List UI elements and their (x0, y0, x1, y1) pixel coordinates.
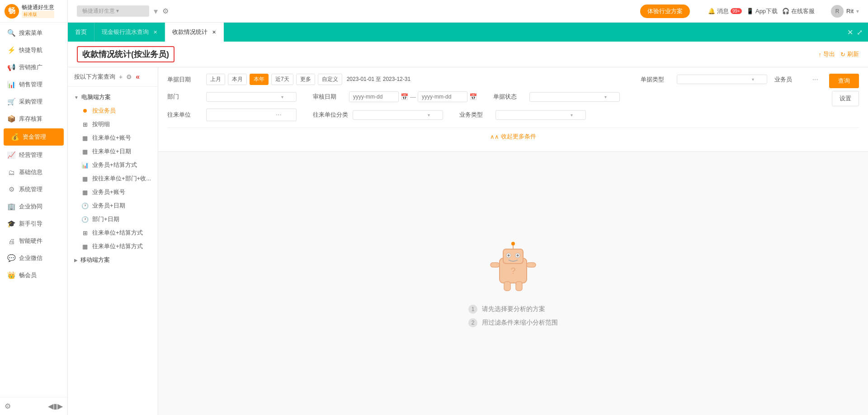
desktop-group-header[interactable]: ▼ 电脑端方案 (68, 90, 158, 104)
doc-type-select[interactable]: ▾ (677, 75, 767, 84)
sidebar-item-hardware[interactable]: 🖨 智能硬件 (0, 232, 67, 250)
date-btn-last-month[interactable]: 上月 (206, 74, 225, 85)
review-date-start-input[interactable] (349, 91, 399, 102)
tab-receipt-close-icon[interactable]: ✕ (212, 29, 216, 35)
partner-label: 往来单位 (167, 111, 199, 119)
schema-item-by-detail[interactable]: ⊞ 按明细 (68, 118, 158, 131)
refresh-button[interactable]: ↻ 刷新 (840, 50, 859, 58)
sidebar-label-member: 畅会员 (19, 271, 37, 279)
date-btn-this-year[interactable]: 本年 (250, 74, 269, 85)
date-btn-7days[interactable]: 近7天 (271, 74, 293, 85)
schema-item-staff-date[interactable]: 🕐 业务员+日期 (68, 199, 158, 212)
quicknav-icon: ⚡ (7, 46, 15, 54)
user-dropdown-icon[interactable]: ▾ (856, 8, 859, 14)
partner-more-icon[interactable]: ··· (276, 111, 282, 119)
partner-select[interactable]: ··· (206, 108, 297, 121)
staff-more-icon[interactable]: ··· (812, 75, 818, 84)
tab-bank[interactable]: 现金银行流水查询 ✕ (94, 23, 165, 42)
schema-item-staff-date-label: 业务员+日期 (92, 202, 125, 210)
doc-status-select[interactable]: ▾ (529, 92, 620, 102)
date-btn-this-month[interactable]: 本月 (228, 74, 247, 85)
sidebar-item-basic[interactable]: 🗂 基础信息 (0, 164, 67, 181)
sidebar-item-search[interactable]: 🔍 搜索菜单 (0, 24, 67, 42)
topbar-gear-icon[interactable]: ⚙ (162, 7, 169, 15)
app-download-action[interactable]: 📱 App下载 (746, 7, 778, 15)
expand-footer-icon[interactable]: ◀▮▶ (48, 402, 63, 410)
sidebar-label-basic: 基础信息 (19, 168, 42, 176)
finance-icon: 💰 (11, 133, 19, 141)
topbar-dropdown-icon[interactable]: ▾ (154, 6, 158, 16)
online-service-action[interactable]: 🎧 在线客服 (782, 7, 815, 15)
schema-item-staff-account[interactable]: ▦ 业务员+账号 (68, 185, 158, 199)
sidebar-item-inventory[interactable]: 📦 库存核算 (0, 110, 67, 127)
review-date-start-cal-icon[interactable]: 📅 (401, 93, 408, 100)
schema-item-staff-settle-label: 业务员+结算方式 (92, 161, 137, 169)
topbar: 畅捷通好生意 ▾ ▾ ⚙ 体验行业方案 🔔 消息 99+ 📱 App下载 🎧 在… (68, 0, 868, 23)
query-button[interactable]: 查询 (829, 74, 859, 88)
schema-item-staff-settle[interactable]: 📊 业务员+结算方式 (68, 158, 158, 172)
sidebar-label-search: 搜索菜单 (19, 29, 42, 37)
mobile-group-header[interactable]: ▶ 移动端方案 (68, 253, 158, 267)
schema-item-partner-date[interactable]: ▦ 往来单位+日期 (68, 145, 158, 158)
settings-button[interactable]: 设置 (832, 91, 859, 106)
sidebar-item-member[interactable]: 👑 畅会员 (0, 267, 67, 284)
sidebar-label-marketing: 营销推广 (19, 63, 42, 71)
filter-row-3: 往来单位 ··· 往来单位分类 ▾ (167, 108, 820, 121)
tab-receipt[interactable]: 收款情况统计 ✕ (165, 23, 224, 42)
notification-action[interactable]: 🔔 消息 99+ (708, 7, 742, 15)
schema-item-dept-date[interactable]: 🕐 部门+日期 (68, 212, 158, 226)
operation-icon: 📈 (7, 151, 15, 159)
export-icon: ↑ (819, 51, 822, 58)
schema-item-partner-account[interactable]: ▦ 往来单位+账号 (68, 131, 158, 145)
sidebar-menu: 🔍 搜索菜单 ⚡ 快捷导航 📢 营销推广 📊 销售管理 🛒 采购管理 📦 库存核… (0, 23, 67, 397)
trial-button[interactable]: 体验行业方案 (640, 5, 690, 18)
guide-icon: 🎓 (7, 220, 15, 228)
table-icon-5: ▦ (81, 243, 89, 250)
win-close-icon[interactable]: ✕ (847, 28, 853, 37)
sidebar-item-quicknav[interactable]: ⚡ 快捷导航 (0, 42, 67, 59)
sidebar-item-marketing[interactable]: 📢 营销推广 (0, 59, 67, 76)
schema-item-by-staff[interactable]: 按业务员 (68, 104, 158, 118)
review-date-end-input[interactable] (418, 91, 467, 102)
review-date-end-cal-icon[interactable]: 📅 (469, 93, 477, 100)
user-area[interactable]: R Rit ▾ (831, 5, 859, 18)
win-maximize-icon[interactable]: ⤢ (857, 28, 863, 37)
date-btn-custom[interactable]: 自定义 (318, 74, 342, 85)
export-button[interactable]: ↑ 导出 (819, 50, 835, 58)
partner-category-select[interactable]: ▾ (353, 110, 443, 120)
settings-footer-icon[interactable]: ⚙ (5, 402, 11, 410)
sidebar-item-wechat[interactable]: 💬 企业微信 (0, 250, 67, 267)
schema-item-partner-settle1[interactable]: ⊞ 往来单位+结算方式 (68, 226, 158, 240)
page-header-actions: ↑ 导出 ↻ 刷新 (819, 50, 859, 58)
sidebar-item-guide[interactable]: 🎓 新手引导 (0, 215, 67, 232)
scheme-settings-icon[interactable]: ⚙ (126, 73, 132, 80)
table-icon-4: ▦ (81, 189, 89, 196)
dept-select[interactable]: ▾ (206, 92, 297, 102)
window-controls: ✕ ⤢ (842, 28, 868, 37)
sidebar-item-system[interactable]: ⚙ 系统管理 (0, 181, 67, 198)
sidebar-label-hardware: 智能硬件 (19, 237, 42, 245)
sidebar-item-purchase[interactable]: 🛒 采购管理 (0, 93, 67, 110)
staff-label: 业务员 (774, 75, 806, 84)
biz-type-select[interactable]: ▾ (495, 110, 586, 120)
collapse-bar[interactable]: ∧∧ 收起更多条件 (167, 127, 859, 145)
collapse-panel-icon[interactable]: « (136, 73, 140, 81)
tab-bank-close-icon[interactable]: ✕ (153, 29, 157, 35)
sidebar-item-corp[interactable]: 🏢 企业协同 (0, 198, 67, 215)
left-panel-header: 按以下方案查询 + ⚙ « (68, 67, 158, 87)
sidebar-item-sales[interactable]: 📊 销售管理 (0, 76, 67, 93)
topbar-input[interactable]: 畅捷通好生意 ▾ (77, 5, 149, 17)
svg-text:?: ? (510, 266, 515, 276)
sidebar-item-operation[interactable]: 📈 经营管理 (0, 146, 67, 164)
add-scheme-icon[interactable]: + (119, 73, 123, 80)
sidebar-label-sales: 销售管理 (19, 80, 42, 89)
collapse-label: 收起更多条件 (501, 132, 536, 141)
export-label: 导出 (823, 50, 835, 58)
partner-category-label: 往来单位分类 (313, 111, 348, 119)
schema-item-partner-settle2[interactable]: ▦ 往来单位+结算方式 (68, 240, 158, 253)
tabbar: 首页 现金银行流水查询 ✕ 收款情况统计 ✕ ✕ ⤢ (68, 23, 868, 42)
sidebar-item-finance[interactable]: 💰 资金管理 (4, 128, 64, 146)
tab-home[interactable]: 首页 (68, 23, 94, 42)
date-btn-more[interactable]: 更多 (296, 74, 315, 85)
schema-item-partner-dept[interactable]: ▦ 按往来单位+部门+收... (68, 172, 158, 185)
